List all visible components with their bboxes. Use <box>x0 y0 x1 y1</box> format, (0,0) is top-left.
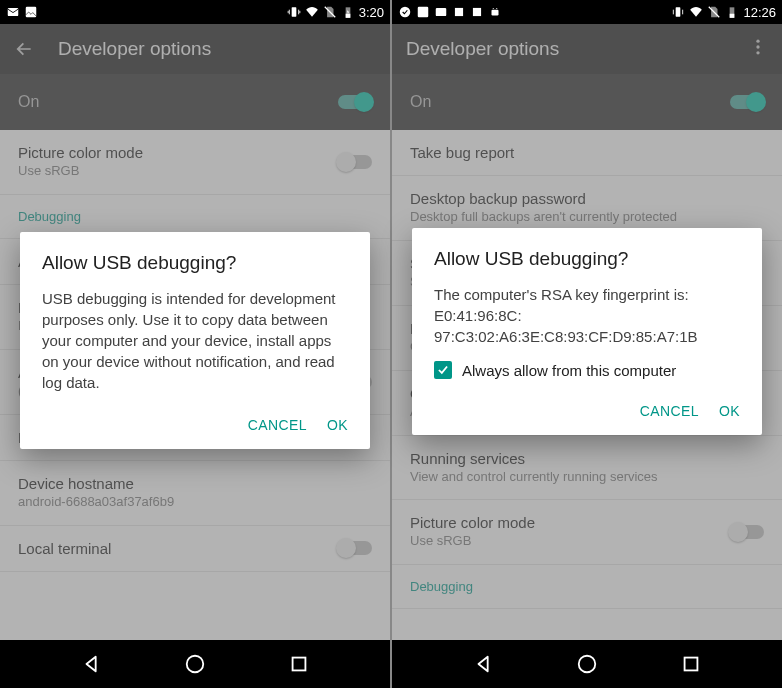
vibrate-icon <box>287 5 301 19</box>
always-allow-row[interactable]: Always allow from this computer <box>434 361 740 379</box>
dialog-actions: CANCEL OK <box>42 411 348 439</box>
svg-rect-10 <box>455 8 463 16</box>
svg-point-14 <box>496 8 497 9</box>
dialog-body: The computer's RSA key fingerprint is: E… <box>434 284 740 347</box>
status-time: 3:20 <box>359 5 384 20</box>
dialog-actions: CANCEL OK <box>434 397 740 425</box>
dialog-scrim: Allow USB debugging? USB debugging is in… <box>0 24 390 640</box>
status-time: 12:26 <box>743 5 776 20</box>
svg-rect-11 <box>473 8 481 16</box>
checkbox-label: Always allow from this computer <box>462 362 676 379</box>
nav-home-icon[interactable] <box>575 652 599 676</box>
checkbox-checked-icon[interactable] <box>434 361 452 379</box>
svg-point-13 <box>493 8 494 9</box>
svg-rect-4 <box>345 14 350 18</box>
nav-back-icon[interactable] <box>472 652 496 676</box>
no-sim-icon <box>707 5 721 19</box>
nav-recents-icon[interactable] <box>287 652 311 676</box>
svg-rect-1 <box>26 7 37 18</box>
nav-bar <box>0 640 390 688</box>
nav-recents-icon[interactable] <box>679 652 703 676</box>
nav-back-icon[interactable] <box>80 652 104 676</box>
phone-right: 12:26 Developer options On Take bug repo… <box>392 0 782 688</box>
vibrate-icon <box>671 5 685 19</box>
svg-rect-17 <box>730 14 735 18</box>
svg-rect-6 <box>292 658 305 671</box>
square-icon <box>470 5 484 19</box>
svg-rect-22 <box>684 658 697 671</box>
svg-point-7 <box>400 7 411 18</box>
image-icon <box>416 5 430 19</box>
dialog-scrim: Allow USB debugging? The computer's RSA … <box>392 24 782 640</box>
dialog-body: USB debugging is intended for developmen… <box>42 288 348 393</box>
battery-icon <box>725 5 739 19</box>
svg-rect-9 <box>436 8 447 16</box>
mail-icon <box>6 5 20 19</box>
svg-rect-0 <box>8 8 19 16</box>
status-bar: 12:26 <box>392 0 782 24</box>
usb-debugging-dialog: Allow USB debugging? The computer's RSA … <box>412 228 762 435</box>
mail-icon <box>434 5 448 19</box>
svg-point-21 <box>579 656 596 673</box>
ok-button[interactable]: OK <box>327 417 348 433</box>
svg-rect-8 <box>418 7 429 18</box>
cancel-button[interactable]: CANCEL <box>640 403 699 419</box>
dialog-title: Allow USB debugging? <box>42 252 348 274</box>
notif-icon <box>398 5 412 19</box>
svg-rect-12 <box>492 10 499 16</box>
square-icon <box>452 5 466 19</box>
wifi-icon <box>305 5 319 19</box>
no-sim-icon <box>323 5 337 19</box>
phone-left: 3:20 Developer options On Picture color … <box>0 0 390 688</box>
image-icon <box>24 5 38 19</box>
battery-icon <box>341 5 355 19</box>
svg-rect-2 <box>291 7 296 16</box>
svg-rect-15 <box>676 7 681 16</box>
ok-button[interactable]: OK <box>719 403 740 419</box>
nav-home-icon[interactable] <box>183 652 207 676</box>
cancel-button[interactable]: CANCEL <box>248 417 307 433</box>
android-icon <box>488 5 502 19</box>
svg-point-5 <box>187 656 204 673</box>
dialog-title: Allow USB debugging? <box>434 248 740 270</box>
usb-debugging-dialog: Allow USB debugging? USB debugging is in… <box>20 232 370 449</box>
wifi-icon <box>689 5 703 19</box>
nav-bar <box>392 640 782 688</box>
status-bar: 3:20 <box>0 0 390 24</box>
